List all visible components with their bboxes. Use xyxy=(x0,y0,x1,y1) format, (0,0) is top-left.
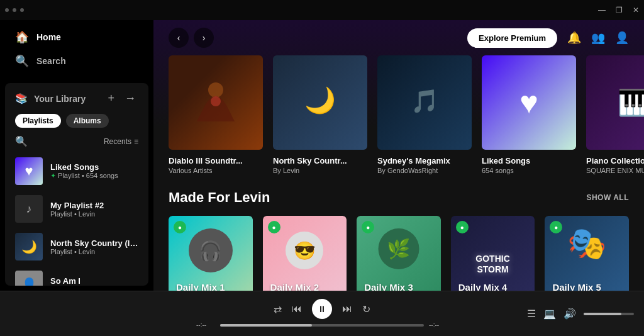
device-button[interactable]: 💻 xyxy=(543,308,556,320)
notifications-icon[interactable]: 🔔 xyxy=(567,31,581,45)
title-dot-2 xyxy=(13,8,16,12)
mix4-label: Daily Mix 4 xyxy=(458,282,508,291)
library-title-group[interactable]: 📚 Your Library xyxy=(15,92,86,104)
library-search-row: 🔍 Recents ≡ xyxy=(5,133,148,152)
album-card-liked[interactable]: ♥ Liked Songs 654 songs xyxy=(482,55,576,174)
friends-icon[interactable]: 👥 xyxy=(591,31,605,45)
piano-subtitle: SQUARE ENIX MUSIC xyxy=(586,167,644,174)
top-bar: ‹ › Explore Premium 🔔 👥 👤 xyxy=(153,20,644,55)
north-sky-info: North Sky Country (In-Game) Playlist • L… xyxy=(50,238,138,255)
shuffle-button[interactable]: ⇄ xyxy=(274,303,282,315)
piano-title: Piano Collections... xyxy=(586,156,644,165)
section-header: Made For Levin Show all xyxy=(169,189,629,206)
filter-playlists[interactable]: Playlists xyxy=(15,114,61,128)
top-bar-right: Explore Premium 🔔 👥 👤 xyxy=(467,28,629,48)
sidebar: 🏠 Home 🔍 Search 📚 Your Library + → xyxy=(0,20,153,291)
sidebar-search-label: Search xyxy=(36,56,66,66)
piano-art: 🎹 xyxy=(586,55,644,150)
sidebar-item-home[interactable]: 🏠 Home xyxy=(8,25,146,49)
svg-text:🌙: 🌙 xyxy=(304,85,336,115)
minimize-button[interactable]: — xyxy=(598,6,606,14)
queue-button[interactable]: ☰ xyxy=(527,308,536,320)
liked-album-art: ♥ xyxy=(482,55,576,150)
album-card-sydney[interactable]: 🎵 Sydney's Megamix By GendoWasRight xyxy=(377,55,472,174)
liked-songs-meta: ✦ Playlist • 654 songs xyxy=(50,172,138,180)
library-expand-button[interactable]: → xyxy=(122,91,138,106)
library-item-liked-songs[interactable]: ♥ Liked Songs ✦ Playlist • 654 songs xyxy=(10,152,143,190)
library-search-icon[interactable]: 🔍 xyxy=(15,135,28,147)
mix-card-1[interactable]: ● 🎧 Daily Mix 1 Daily Mix 1 Josh Whelche… xyxy=(169,216,253,291)
mix-card-2[interactable]: ● 😎 Daily Mix 2 Daily Mix 2 ROZEN, Nobuo… xyxy=(263,216,347,291)
library-item-north-sky[interactable]: 🌙 North Sky Country (In-Game) Playlist •… xyxy=(10,228,143,266)
north-sky-meta: Playlist • Levin xyxy=(50,248,138,255)
player-controls: ⇄ ⏮ ⏸ ⏭ ↻ --:-- --:-- xyxy=(196,299,448,328)
music-note-icon: ♪ xyxy=(26,203,32,216)
title-dot-1 xyxy=(5,8,9,12)
back-button[interactable]: ‹ xyxy=(169,28,189,48)
volume-fill xyxy=(584,313,621,315)
diablo-subtitle: Various Artists xyxy=(169,167,263,174)
mix-card-3[interactable]: ● 🌿 Daily Mix 3 Daily Mix 3 Darren Ang, … xyxy=(357,216,441,291)
pause-button[interactable]: ⏸ xyxy=(312,299,332,319)
library-actions: + → xyxy=(105,91,138,106)
previous-button[interactable]: ⏮ xyxy=(292,303,302,315)
title-bar: — ❐ ✕ xyxy=(0,0,644,20)
current-time: --:-- xyxy=(196,322,215,328)
section-title: Made For Levin xyxy=(169,189,270,206)
mix-card-5[interactable]: ● 🎭 Daily Mix 5 Daily Mix 5 Darren Korb,… xyxy=(545,216,629,291)
next-button[interactable]: ⏭ xyxy=(342,303,352,315)
spotify-icon-1: ● xyxy=(174,221,186,233)
nav-arrows: ‹ › xyxy=(169,28,214,48)
sidebar-nav: 🏠 Home 🔍 Search xyxy=(0,20,153,78)
library-item-my-playlist[interactable]: ♪ My Playlist #2 Playlist • Levin xyxy=(10,190,143,228)
mix3-label: Daily Mix 3 xyxy=(364,282,413,291)
liked-songs-name: Liked Songs xyxy=(50,162,138,172)
album-card-piano[interactable]: 🎹 Piano Collections... SQUARE ENIX MUSIC xyxy=(586,55,644,174)
northsky-title: North Sky Countr... xyxy=(273,156,367,165)
recents-label[interactable]: Recents ≡ xyxy=(104,137,138,146)
mix-row: ● 🎧 Daily Mix 1 Daily Mix 1 Josh Whelche… xyxy=(169,216,629,291)
liked-title: Liked Songs xyxy=(482,156,576,165)
player-progress: --:-- --:-- xyxy=(196,322,448,328)
sidebar-item-search[interactable]: 🔍 Search xyxy=(8,49,146,73)
volume-bar[interactable] xyxy=(584,313,634,315)
library-header: 📚 Your Library + → xyxy=(5,83,148,111)
northsky-subtitle: By Levin xyxy=(273,167,367,174)
mix2-art: ● 😎 Daily Mix 2 xyxy=(263,216,347,291)
mix4-art: ● GOTHICSTORM Daily Mix 4 xyxy=(451,216,535,291)
sydney-art: 🎵 xyxy=(377,55,472,150)
maximize-button[interactable]: ❐ xyxy=(616,6,623,14)
progress-bar[interactable] xyxy=(220,324,424,327)
liked-songs-art: ♥ xyxy=(15,157,43,185)
liked-songs-info: Liked Songs ✦ Playlist • 654 songs xyxy=(50,162,138,180)
my-playlist-art: ♪ xyxy=(15,195,43,223)
spotify-icon-2: ● xyxy=(268,221,280,233)
my-playlist-name: My Playlist #2 xyxy=(50,201,138,210)
filter-albums[interactable]: Albums xyxy=(66,114,109,128)
north-sky-art: 🌙 xyxy=(15,233,43,260)
svg-text:🎵: 🎵 xyxy=(411,87,439,115)
forward-button[interactable]: › xyxy=(194,28,214,48)
close-button[interactable]: ✕ xyxy=(633,6,639,14)
player-bar: ⇄ ⏮ ⏸ ⏭ ↻ --:-- --:-- ☰ 💻 🔊 xyxy=(0,291,644,336)
show-all-button[interactable]: Show all xyxy=(586,193,629,202)
repeat-button[interactable]: ↻ xyxy=(362,303,370,315)
user-icon[interactable]: 👤 xyxy=(615,31,629,45)
mix5-label: Daily Mix 5 xyxy=(552,282,601,291)
album-card-diablo[interactable]: Diablo III Soundtr... Various Artists xyxy=(169,55,263,174)
so-am-i-meta: Album • Kurt Hugo Schneider xyxy=(50,286,138,286)
title-bar-dots xyxy=(5,8,24,12)
volume-button[interactable]: 🔊 xyxy=(564,308,576,320)
library-item-so-am-i[interactable]: 👤 So Am I Album • Kurt Hugo Schneider xyxy=(10,266,143,286)
explore-premium-button[interactable]: Explore Premium xyxy=(467,28,557,48)
spotify-icon-4: ● xyxy=(456,221,469,233)
diablo-title: Diablo III Soundtr... xyxy=(169,156,263,165)
svg-point-1 xyxy=(211,96,221,106)
window-controls: — ❐ ✕ xyxy=(598,6,639,14)
library-add-button[interactable]: + xyxy=(105,91,117,106)
mix-card-4[interactable]: ● GOTHICSTORM Daily Mix 4 Daily Mix 4 Go… xyxy=(451,216,535,291)
mix5-art: ● 🎭 Daily Mix 5 xyxy=(545,216,629,291)
album-card-northsky[interactable]: 🌙 North Sky Countr... By Levin xyxy=(273,55,367,174)
search-icon: 🔍 xyxy=(15,54,29,68)
player-buttons: ⇄ ⏮ ⏸ ⏭ ↻ xyxy=(274,299,370,319)
